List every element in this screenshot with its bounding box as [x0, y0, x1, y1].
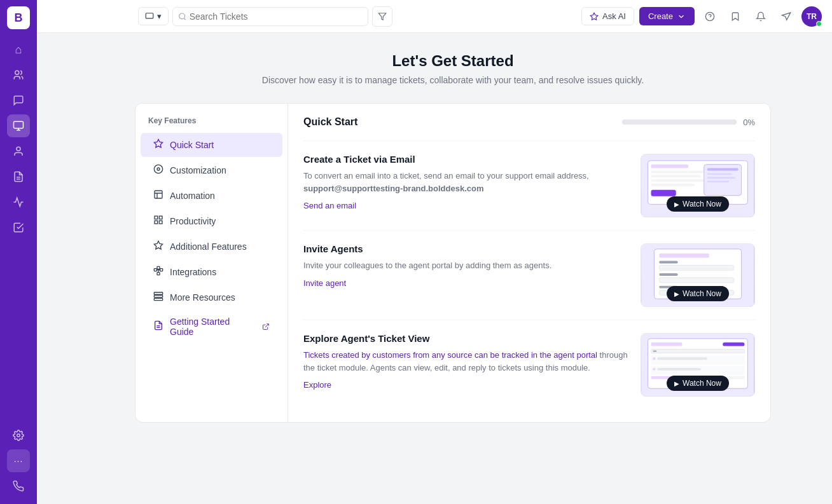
- sidebar-item-analytics[interactable]: [7, 191, 30, 214]
- svg-rect-22: [154, 269, 156, 271]
- search-area: ▾: [138, 6, 392, 27]
- sidebar-item-more[interactable]: ···: [7, 449, 30, 472]
- key-features-title: Key Features: [135, 116, 288, 125]
- sidebar-item-contacts[interactable]: [7, 64, 30, 86]
- search-icon: [178, 12, 186, 21]
- svg-rect-24: [157, 266, 160, 269]
- svg-rect-41: [707, 168, 738, 171]
- svg-rect-59: [653, 350, 656, 351]
- nav-label-customization: Customization: [170, 165, 226, 175]
- sidebar-item-settings[interactable]: [7, 424, 30, 447]
- play-icon-1: ▶: [674, 201, 679, 208]
- svg-rect-27: [154, 296, 162, 297]
- filter-button[interactable]: [372, 6, 392, 27]
- svg-rect-42: [707, 173, 732, 175]
- sidebar-item-agents[interactable]: [7, 140, 30, 163]
- page-title: Let's Get Started: [87, 52, 819, 70]
- feature-image-create-ticket: ▶ Watch Now: [641, 154, 755, 217]
- feature-desc-invite-agents: Invite your colleagues to the agent port…: [303, 259, 628, 272]
- svg-rect-44: [707, 180, 729, 182]
- search-filter-label: ▾: [157, 11, 162, 21]
- svg-rect-1: [14, 121, 24, 128]
- svg-rect-61: [653, 357, 655, 360]
- svg-line-31: [265, 324, 268, 327]
- svg-rect-49: [659, 265, 734, 270]
- feature-title-create-ticket: Create a Ticket via Email: [303, 154, 628, 165]
- user-avatar[interactable]: TR: [801, 6, 822, 27]
- help-button[interactable]: [700, 6, 720, 27]
- nav-item-automation[interactable]: Automation: [141, 184, 282, 208]
- nav-item-getting-started-guide[interactable]: Getting Started Guide: [141, 311, 282, 343]
- external-link-icon: [262, 323, 270, 330]
- play-icon-3: ▶: [674, 380, 679, 387]
- svg-rect-56: [651, 343, 683, 346]
- svg-rect-57: [723, 343, 744, 346]
- feature-image-invite-agents: ▶ Watch Now: [641, 243, 755, 307]
- svg-point-2: [17, 147, 20, 151]
- topbar-right: Ask AI Create TR: [581, 6, 822, 27]
- svg-point-5: [17, 434, 20, 437]
- watch-now-button-3[interactable]: ▶ Watch Now: [667, 376, 729, 391]
- feature-title-invite-agents: Invite Agents: [303, 243, 628, 254]
- sidebar-item-phone[interactable]: [7, 475, 30, 498]
- quick-start-header: Quick Start 0%: [303, 116, 755, 128]
- notification-button[interactable]: [751, 6, 771, 27]
- svg-rect-19: [159, 221, 162, 224]
- svg-rect-17: [155, 216, 158, 219]
- progress-bar: [622, 119, 737, 125]
- nav-item-productivity[interactable]: Productivity: [141, 209, 282, 233]
- main-card: Key Features Quick Start Customization A…: [135, 103, 771, 423]
- feature-title-ticket-view: Explore Agent's Ticket View: [303, 333, 628, 344]
- sidebar-item-tasks[interactable]: [7, 216, 30, 239]
- chevron-down-icon: [677, 12, 686, 21]
- watch-now-label-2: Watch Now: [683, 289, 721, 298]
- svg-rect-26: [154, 292, 162, 294]
- feature-text-invite-agents: Invite Agents Invite your colleagues to …: [303, 243, 628, 289]
- search-input[interactable]: [187, 8, 363, 25]
- svg-rect-48: [659, 261, 677, 263]
- create-button[interactable]: Create: [639, 7, 695, 25]
- nav-item-customization[interactable]: Customization: [141, 158, 282, 182]
- page-header: Let's Get Started Discover how easy it i…: [87, 52, 819, 85]
- svg-rect-25: [157, 273, 160, 275]
- svg-rect-51: [659, 278, 734, 283]
- sidebar-item-tickets[interactable]: [7, 114, 30, 137]
- svg-rect-34: [651, 165, 689, 168]
- sidebar-item-chat[interactable]: [7, 89, 30, 112]
- svg-rect-36: [651, 175, 701, 177]
- svg-rect-18: [159, 216, 162, 219]
- svg-line-8: [184, 18, 186, 19]
- integrations-icon: [153, 266, 163, 278]
- quick-start-panel: Quick Start 0% Create a Ticket via Email…: [288, 104, 770, 422]
- getting-started-icon: [153, 320, 163, 333]
- nav-item-more-resources[interactable]: More Resources: [141, 285, 282, 310]
- svg-rect-47: [659, 254, 709, 258]
- sidebar-item-home[interactable]: ⌂: [7, 38, 30, 61]
- nav-item-quick-start[interactable]: Quick Start: [141, 133, 282, 157]
- svg-rect-20: [155, 221, 158, 224]
- quick-start-icon: [153, 139, 163, 151]
- megaphone-button[interactable]: [776, 6, 796, 27]
- svg-rect-63: [651, 366, 745, 375]
- svg-rect-62: [657, 357, 707, 360]
- feature-link-explore[interactable]: Explore: [303, 380, 331, 390]
- feature-link-send-email[interactable]: Send an email: [303, 201, 356, 210]
- svg-point-7: [179, 13, 185, 18]
- ask-ai-button[interactable]: Ask AI: [581, 7, 634, 25]
- nav-label-getting-started-guide: Getting Started Guide: [170, 317, 253, 337]
- nav-item-integrations[interactable]: Integrations: [141, 260, 282, 284]
- search-filter-button[interactable]: ▾: [138, 7, 169, 25]
- svg-marker-13: [154, 139, 162, 147]
- watch-now-button-2[interactable]: ▶ Watch Now: [667, 286, 729, 301]
- feature-link-invite-agent[interactable]: Invite agent: [303, 278, 346, 288]
- nav-item-additional-features[interactable]: Additional Features: [141, 235, 282, 259]
- svg-marker-10: [590, 13, 598, 20]
- sidebar-item-reports[interactable]: [7, 165, 30, 188]
- sidebar: B ⌂ ···: [0, 0, 37, 504]
- bookmark-button[interactable]: [725, 6, 745, 27]
- watch-now-button-1[interactable]: ▶ Watch Now: [667, 196, 729, 212]
- app-logo[interactable]: B: [7, 6, 30, 29]
- feature-item-invite-agents: Invite Agents Invite your colleagues to …: [303, 230, 755, 320]
- automation-icon: [153, 189, 163, 202]
- productivity-icon: [153, 215, 163, 228]
